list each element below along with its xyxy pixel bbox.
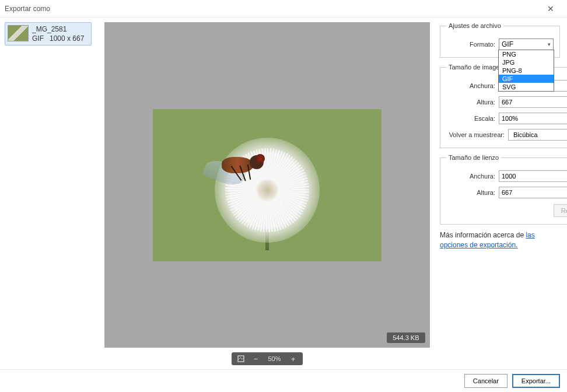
- format-label: Formato:: [446, 41, 495, 48]
- export-button[interactable]: Exportar...: [512, 374, 560, 388]
- thumbnail-filename: _MG_2581: [32, 25, 84, 33]
- zoom-fit-icon[interactable]: [236, 354, 246, 363]
- file-settings-legend: Ajustes de archivo: [446, 22, 503, 29]
- format-selected-value: GIF: [502, 40, 513, 48]
- preview-image: [153, 109, 382, 261]
- cancel-button[interactable]: Cancelar: [464, 374, 508, 388]
- format-option-png[interactable]: PNG: [499, 50, 554, 58]
- format-options-list: PNG JPG PNG-8 GIF SVG: [498, 50, 554, 92]
- thumbnail-format: GIF: [32, 34, 44, 43]
- restore-button[interactable]: Restaurar: [554, 204, 567, 217]
- thumbnail-dimensions: 1000 x 667: [50, 34, 84, 43]
- chevron-updown-icon: ▾: [548, 41, 551, 47]
- thumbnail-list: _MG_2581 GIF 1000 x 667: [0, 18, 96, 369]
- zoom-out-button[interactable]: −: [251, 354, 261, 363]
- zoom-toolbar: − 50% +: [232, 352, 303, 365]
- zoom-level-label: 50%: [267, 355, 283, 362]
- canvas-size-legend: Tamaño de lienzo: [446, 154, 501, 161]
- image-height-label: Altura:: [446, 99, 495, 106]
- preview-panel: 544.3 KB − 50% +: [96, 18, 438, 369]
- resample-select[interactable]: Bicúbica: [508, 129, 567, 141]
- format-option-jpg[interactable]: JPG: [499, 58, 554, 66]
- thumbnail-image: [8, 25, 29, 41]
- more-info-text: Más información acerca de las opciones d…: [440, 230, 560, 250]
- format-option-png8[interactable]: PNG-8: [499, 66, 554, 75]
- window-title: Exportar como: [5, 5, 539, 13]
- preview-canvas[interactable]: 544.3 KB: [104, 22, 430, 348]
- more-info-prefix: Más información acerca de: [440, 231, 526, 239]
- resample-label: Volver a muestrear:: [446, 131, 505, 138]
- canvas-width-label: Anchura:: [446, 173, 495, 180]
- dialog-button-bar: Cancelar Exportar...: [0, 369, 567, 392]
- canvas-height-input[interactable]: [499, 187, 567, 198]
- canvas-width-input[interactable]: [499, 170, 567, 182]
- settings-panel: Ajustes de archivo Formato: GIF ▾ PNG JP…: [438, 18, 567, 369]
- scale-input[interactable]: [499, 113, 567, 124]
- close-button[interactable]: ✕: [539, 0, 562, 18]
- filesize-badge: 544.3 KB: [387, 332, 425, 343]
- file-settings-group: Ajustes de archivo Formato: GIF ▾ PNG JP…: [440, 22, 560, 58]
- main-area: _MG_2581 GIF 1000 x 667: [0, 18, 567, 369]
- titlebar: Exportar como ✕: [0, 0, 567, 18]
- image-width-label: Anchura:: [446, 82, 495, 89]
- image-size-legend: Tamaño de imagen: [446, 64, 506, 71]
- format-option-gif[interactable]: GIF: [499, 75, 554, 83]
- thumbnail-item[interactable]: _MG_2581 GIF 1000 x 667: [5, 22, 92, 46]
- format-dropdown[interactable]: GIF ▾ PNG JPG PNG-8 GIF SVG: [499, 38, 554, 50]
- image-height-input[interactable]: [499, 96, 567, 108]
- zoom-in-button[interactable]: +: [289, 354, 298, 363]
- scale-label: Escala:: [446, 115, 495, 122]
- canvas-size-group: Tamaño de lienzo Anchura: px Altura: px …: [440, 154, 567, 225]
- format-option-svg[interactable]: SVG: [499, 83, 554, 91]
- thumbnail-meta: _MG_2581 GIF 1000 x 667: [32, 25, 84, 43]
- canvas-height-label: Altura:: [446, 189, 495, 196]
